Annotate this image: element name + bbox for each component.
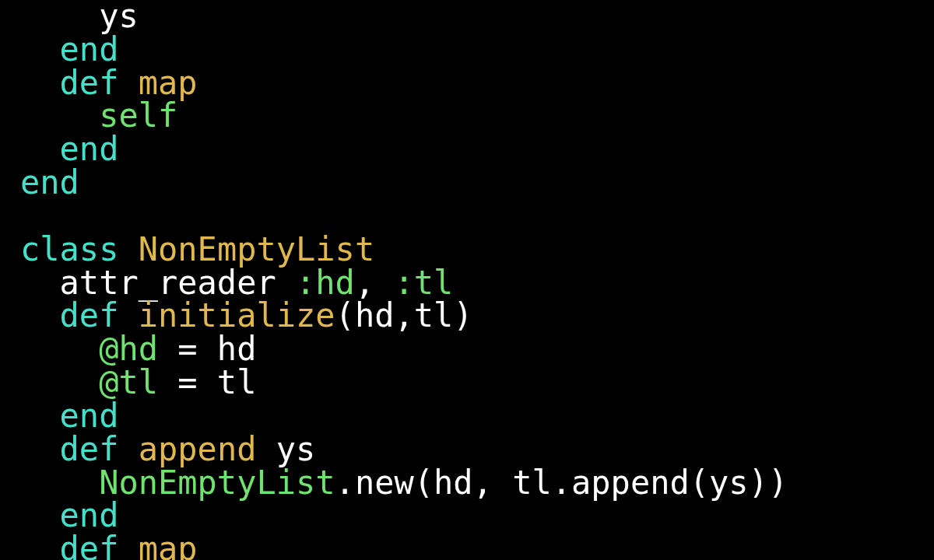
- token-fn: map: [139, 530, 198, 560]
- token-plain: [20, 496, 60, 534]
- code-line: end: [20, 163, 79, 201]
- token-var: :tl: [394, 264, 453, 302]
- code-line: def map: [20, 64, 198, 102]
- token-kw: def: [60, 296, 119, 334]
- token-var: @tl: [99, 363, 158, 401]
- token-fn: NonEmptyList: [139, 230, 374, 268]
- token-plain: [20, 530, 60, 560]
- token-plain: [118, 296, 138, 334]
- token-plain: .new(hd, tl.append(ys)): [335, 464, 788, 502]
- token-fn: append: [139, 430, 257, 468]
- token-fn: initialize: [139, 296, 335, 334]
- token-plain: [20, 30, 60, 68]
- code-line: def append ys: [20, 430, 315, 468]
- token-fn: map: [139, 64, 198, 102]
- token-kw: class: [20, 230, 118, 268]
- token-plain: [118, 230, 138, 268]
- token-plain: [20, 330, 99, 368]
- token-plain: [20, 464, 99, 502]
- token-var: :hd: [296, 264, 355, 302]
- token-kw: end: [60, 397, 119, 435]
- code-block: ys end def map self end end class NonEmp…: [0, 0, 934, 560]
- token-plain: = tl: [158, 363, 256, 401]
- token-plain: attr_reader: [20, 264, 296, 302]
- code-line: class NonEmptyList: [20, 230, 374, 268]
- code-line: def initialize(hd,tl): [20, 296, 473, 334]
- code-line: end: [20, 30, 118, 68]
- token-plain: [20, 64, 60, 102]
- token-kw: end: [60, 496, 119, 534]
- token-var: @hd: [99, 330, 158, 368]
- token-kw: end: [60, 30, 119, 68]
- token-kw: def: [60, 64, 119, 102]
- token-plain: = hd: [158, 330, 256, 368]
- token-var: NonEmptyList: [99, 464, 335, 502]
- token-plain: [118, 530, 138, 560]
- token-kw: end: [20, 163, 79, 201]
- token-plain: (hd,tl): [335, 296, 473, 334]
- token-kw: def: [60, 530, 119, 560]
- code-line: self: [20, 96, 177, 135]
- token-plain: [20, 296, 60, 334]
- code-line: attr_reader :hd, :tl: [20, 264, 453, 302]
- code-line: NonEmptyList.new(hd, tl.append(ys)): [20, 464, 788, 502]
- code-line: @tl = tl: [20, 363, 256, 401]
- token-plain: [20, 130, 60, 168]
- token-kw: def: [60, 430, 119, 468]
- token-plain: ys: [256, 430, 315, 468]
- token-plain: [20, 96, 99, 135]
- code-line: def map: [20, 530, 198, 560]
- token-var: self: [99, 96, 177, 135]
- code-line: end: [20, 397, 118, 435]
- token-plain: ,: [355, 264, 395, 302]
- code-line: end: [20, 130, 118, 168]
- token-plain: [20, 363, 99, 401]
- token-plain: [118, 430, 138, 468]
- token-plain: [118, 64, 138, 102]
- code-line: @hd = hd: [20, 330, 256, 368]
- token-kw: end: [60, 130, 119, 168]
- code-line: end: [20, 496, 118, 534]
- token-plain: [20, 430, 60, 468]
- token-plain: [20, 397, 60, 435]
